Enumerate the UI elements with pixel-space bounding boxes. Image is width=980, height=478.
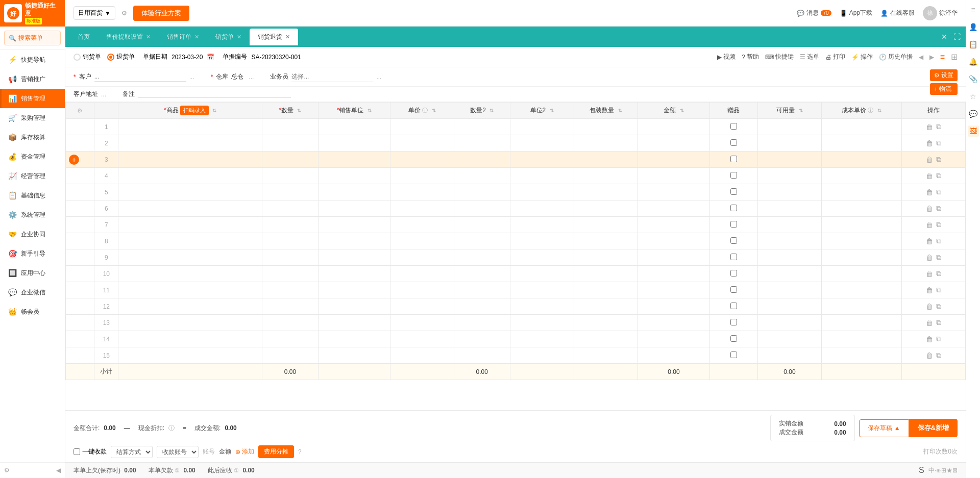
available-cell[interactable] xyxy=(757,298,821,315)
gift-cell[interactable] xyxy=(709,233,757,249)
radio-sales[interactable]: 销货单 xyxy=(74,53,101,61)
qty2-cell[interactable] xyxy=(454,119,510,135)
unit-cell[interactable] xyxy=(318,200,390,217)
cost-cell[interactable] xyxy=(822,184,902,200)
unit2-cell[interactable] xyxy=(510,217,574,233)
gift-cell[interactable] xyxy=(709,315,757,331)
unit-cell[interactable] xyxy=(318,249,390,266)
unit-cell[interactable] xyxy=(318,315,390,331)
qty-cell[interactable] xyxy=(262,119,318,135)
product-sort-icon[interactable]: ⇅ xyxy=(212,108,216,113)
help-btn[interactable]: ? 帮助 xyxy=(742,53,759,61)
sidebar-item-inventory[interactable]: 📦 库存核算 xyxy=(0,128,65,147)
list-view-btn[interactable]: ≡ xyxy=(940,53,945,62)
gift-cell[interactable] xyxy=(709,168,757,184)
video-btn[interactable]: ▶ 视频 xyxy=(717,53,736,61)
price-cell[interactable] xyxy=(390,347,454,364)
tab-price-settings-close[interactable]: ✕ xyxy=(146,34,151,40)
cost-cell[interactable] xyxy=(822,168,902,184)
gift-checkbox[interactable] xyxy=(730,237,737,244)
qty2-cell[interactable] xyxy=(454,249,510,266)
cost-cell[interactable] xyxy=(822,347,902,364)
unit2-cell[interactable] xyxy=(510,282,574,298)
price-cell[interactable] xyxy=(390,152,454,168)
amount-cell[interactable] xyxy=(638,217,710,233)
copy-row-icon[interactable]: ⧉ xyxy=(936,204,941,213)
unit-cell[interactable] xyxy=(318,282,390,298)
unit-sort-icon[interactable]: ⇅ xyxy=(368,108,372,113)
delete-row-icon[interactable]: 🗑 xyxy=(926,123,933,131)
pack-cell[interactable] xyxy=(574,298,638,315)
unit2-cell[interactable] xyxy=(510,184,574,200)
amount-cell[interactable] xyxy=(638,315,710,331)
unit2-cell[interactable] xyxy=(510,266,574,282)
unit2-cell[interactable] xyxy=(510,331,574,347)
address-select-dots[interactable]: ... xyxy=(101,91,106,98)
copy-row-icon[interactable]: ⧉ xyxy=(936,220,941,229)
sidebar-item-guide[interactable]: 🎯 新手引导 xyxy=(0,244,65,263)
unit-cell[interactable] xyxy=(318,119,390,135)
unit-cell[interactable] xyxy=(318,184,390,200)
topbar-settings-icon[interactable]: ⚙ xyxy=(121,10,127,17)
amount-cell[interactable] xyxy=(638,184,710,200)
scan-btn[interactable]: 扫码录入 xyxy=(180,106,209,115)
available-cell[interactable] xyxy=(757,331,821,347)
gift-cell[interactable] xyxy=(709,298,757,315)
delete-row-icon[interactable]: 🗑 xyxy=(926,335,933,343)
unit2-cell[interactable] xyxy=(510,315,574,331)
history-btn[interactable]: 🕐 历史单据 xyxy=(879,53,913,61)
user-profile[interactable]: 徐 徐泽华 xyxy=(923,6,958,20)
sidebar-item-purchase[interactable]: 🛒 采购管理 xyxy=(0,108,65,128)
unit-cell[interactable] xyxy=(318,152,390,168)
logistics-button[interactable]: + 物流 xyxy=(930,83,958,95)
right-panel-icon-2[interactable]: 👤 xyxy=(968,21,979,33)
add-row-button[interactable]: + xyxy=(69,155,79,165)
unit-cell[interactable] xyxy=(318,298,390,315)
qty2-cell[interactable] xyxy=(454,266,510,282)
copy-row-icon[interactable]: ⧉ xyxy=(936,269,941,278)
right-panel-icon-4[interactable]: 🔔 xyxy=(968,56,979,67)
prev-record-btn[interactable]: ◀ xyxy=(919,54,923,61)
available-cell[interactable] xyxy=(757,266,821,282)
pack-cell[interactable] xyxy=(574,282,638,298)
calendar-icon[interactable]: 📅 xyxy=(207,54,214,61)
cta-button[interactable]: 体验行业方案 xyxy=(133,6,189,21)
cost-cell[interactable] xyxy=(822,200,902,217)
gift-checkbox[interactable] xyxy=(730,188,737,195)
copy-row-icon[interactable]: ⧉ xyxy=(936,155,941,164)
remark-input[interactable] xyxy=(138,90,291,98)
pack-cell[interactable] xyxy=(574,200,638,217)
price-cell[interactable] xyxy=(390,298,454,315)
gift-checkbox[interactable] xyxy=(730,319,737,325)
copy-row-icon[interactable]: ⧉ xyxy=(936,253,941,262)
price-cell[interactable] xyxy=(390,331,454,347)
qty2-cell[interactable] xyxy=(454,282,510,298)
pack-cell[interactable] xyxy=(574,152,638,168)
delete-row-icon[interactable]: 🗑 xyxy=(926,205,933,213)
price-cell[interactable] xyxy=(390,217,454,233)
cost-cell[interactable] xyxy=(822,315,902,331)
right-panel-icon-7[interactable]: 💬 xyxy=(968,108,979,119)
fee-help-icon[interactable]: ? xyxy=(298,448,302,456)
copy-row-icon[interactable]: ⧉ xyxy=(936,139,941,147)
amount-cell[interactable] xyxy=(638,249,710,266)
sidebar-item-finance[interactable]: 💰 资金管理 xyxy=(0,147,65,166)
sidebar-item-apps[interactable]: 🔲 应用中心 xyxy=(0,263,65,283)
unit2-cell[interactable] xyxy=(510,298,574,315)
amount-cell[interactable] xyxy=(638,168,710,184)
gift-cell[interactable] xyxy=(709,266,757,282)
available-cell[interactable] xyxy=(757,217,821,233)
cost-cell[interactable] xyxy=(822,331,902,347)
save-draft-button[interactable]: 保存草稿 ▲ xyxy=(859,419,909,437)
sidebar-item-sales[interactable]: 📊 销售管理 xyxy=(0,89,65,108)
staff-select-dots[interactable]: ... xyxy=(376,73,381,81)
cost-sort-icon[interactable]: ⇅ xyxy=(877,108,881,113)
copy-row-icon[interactable]: ⧉ xyxy=(936,302,941,311)
amount-sort-icon[interactable]: ⇅ xyxy=(680,108,684,113)
qty2-cell[interactable] xyxy=(454,347,510,364)
qty-cell[interactable] xyxy=(262,315,318,331)
qty-cell[interactable] xyxy=(262,217,318,233)
price-cell[interactable] xyxy=(390,184,454,200)
amount-cell[interactable] xyxy=(638,298,710,315)
pack-cell[interactable] xyxy=(574,249,638,266)
